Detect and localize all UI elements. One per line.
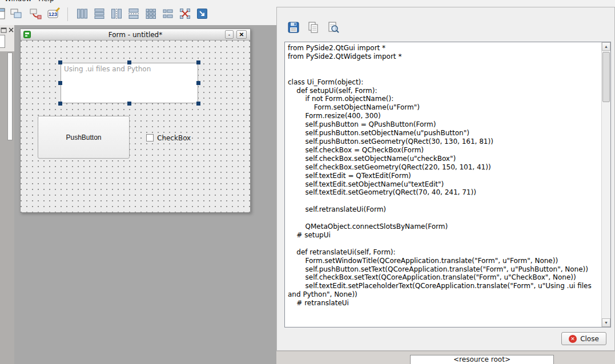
edit-tab-order-button[interactable]: 123: [46, 6, 61, 22]
save-code-button[interactable]: [286, 20, 301, 35]
widget-box-dock-fragment: [0, 25, 14, 364]
form-window-title: Form - untitled*: [21, 31, 250, 39]
main-toolbar: 123: [0, 6, 274, 24]
widget-filter-input[interactable]: [0, 35, 5, 48]
layout-vertical-splitter-button[interactable]: [126, 6, 141, 22]
form-canvas[interactable]: Using .ui files and Python PushButton: [21, 41, 250, 212]
edit-tab-order-icon: 123: [47, 7, 60, 20]
dock-close-button[interactable]: [7, 26, 14, 33]
code-scrollbar[interactable]: ▲ ▼: [601, 42, 610, 327]
menubar: Window Help: [0, 0, 274, 4]
find-in-code-button[interactable]: [326, 20, 341, 35]
layout-form-button[interactable]: [160, 6, 175, 22]
edit-widgets-icon: [10, 7, 22, 20]
view-code-dialog: from PySide2.QtGui import * from PySide2…: [276, 7, 615, 351]
scroll-down-button[interactable]: ▼: [602, 318, 610, 327]
mdi-area: Form - untitled* - ✕ Using .ui files and…: [14, 25, 276, 364]
code-view[interactable]: from PySide2.QtGui import * from PySide2…: [284, 42, 611, 327]
widget-box-scrollbar[interactable]: [7, 52, 13, 140]
find-icon: [327, 21, 340, 34]
dock-float-button[interactable]: [0, 26, 7, 33]
copy-code-button[interactable]: [306, 20, 321, 35]
qt-designer-window: Window Help 123: [0, 0, 615, 364]
layout-grid-icon: [144, 7, 157, 20]
menu-item-window[interactable]: Window: [5, 0, 31, 3]
dock-close-icon: [8, 27, 14, 33]
copy-icon: [307, 21, 320, 34]
layout-vertical-button[interactable]: [91, 6, 107, 22]
new-form-icon: [0, 7, 6, 20]
edit-widgets-button[interactable]: [8, 6, 23, 22]
layout-vertical-icon: [93, 7, 106, 20]
checkbox-indicator[interactable]: [146, 134, 154, 141]
textedit-placeholder: Using .ui files and Python: [64, 65, 151, 73]
toolbar-separator: [67, 7, 68, 21]
close-button-label: Close: [580, 335, 599, 343]
form-close-button[interactable]: ✕: [236, 30, 247, 39]
close-dialog-button[interactable]: ✕ Close: [561, 332, 606, 345]
layout-form-icon: [162, 7, 174, 20]
generated-python-code[interactable]: from PySide2.QtGui import * from PySide2…: [285, 42, 610, 309]
layout-horizontal-button[interactable]: [74, 6, 90, 22]
resource-browser-fragment: <resource root>: [276, 351, 615, 364]
menu-item-help[interactable]: Help: [38, 0, 54, 3]
form-titlebar[interactable]: Form - untitled* - ✕: [21, 29, 250, 41]
scroll-up-button[interactable]: ▲: [602, 42, 610, 51]
layout-vertical-splitter-icon: [127, 7, 140, 20]
adjust-size-button[interactable]: [194, 6, 210, 22]
edit-signals-slots-icon: [29, 7, 42, 20]
checkbox-label: CheckBox: [157, 134, 191, 142]
svg-text:123: 123: [48, 11, 57, 17]
dock-float-icon: [1, 27, 7, 33]
layout-horizontal-splitter-icon: [110, 7, 123, 20]
break-layout-button[interactable]: [177, 6, 192, 22]
checkbox-widget[interactable]: CheckBox: [146, 126, 204, 149]
form-minimize-button[interactable]: -: [225, 30, 234, 39]
pushbutton-widget[interactable]: PushButton: [38, 116, 130, 159]
resource-root-item[interactable]: <resource root>: [410, 355, 554, 364]
edit-signals-slots-button[interactable]: [27, 6, 43, 22]
adjust-size-icon: [196, 7, 208, 20]
break-layout-icon: [179, 7, 191, 20]
layout-horizontal-icon: [76, 7, 89, 20]
textedit-widget[interactable]: Using .ui files and Python: [61, 63, 198, 103]
close-button-icon: ✕: [569, 335, 577, 343]
layout-grid-button[interactable]: [143, 6, 158, 22]
code-dialog-toolbar: [286, 20, 341, 35]
layout-horizontal-splitter-button[interactable]: [108, 6, 124, 22]
scrollbar-thumb[interactable]: [602, 52, 610, 102]
dock-titlebar-fragment: [0, 25, 14, 51]
form-window[interactable]: Form - untitled* - ✕ Using .ui files and…: [20, 29, 251, 213]
new-form-button[interactable]: [0, 6, 7, 22]
save-icon: [287, 21, 300, 34]
